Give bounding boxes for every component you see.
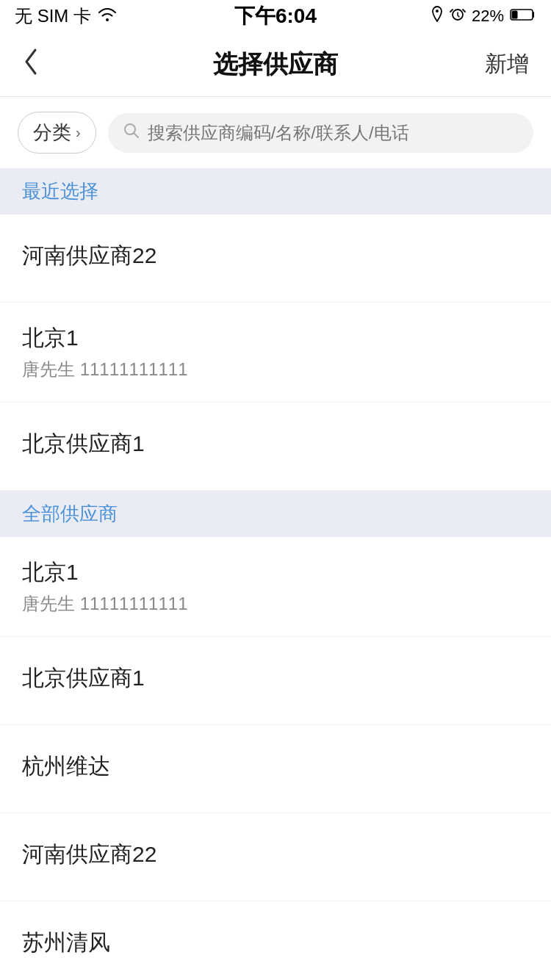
list-item[interactable]: 河南供应商22 (0, 215, 551, 303)
recent-section-header: 最近选择 (0, 168, 551, 215)
battery-status: 22% (472, 7, 504, 26)
status-right: 22% (431, 6, 536, 26)
status-bar: 无 SIM 卡 下午6:04 22% (0, 0, 551, 32)
list-item[interactable]: 杭州维达 (0, 725, 551, 813)
page-title: 选择供应商 (213, 48, 338, 82)
status-left: 无 SIM 卡 (15, 4, 118, 28)
item-name: 北京供应商1 (22, 663, 529, 693)
list-item[interactable]: 北京供应商1 (0, 403, 551, 491)
alarm-icon (450, 6, 466, 26)
status-time: 下午6:04 (234, 2, 317, 30)
list-item[interactable]: 北京供应商1 (0, 637, 551, 725)
battery-icon (510, 7, 536, 26)
back-button[interactable] (22, 47, 66, 82)
category-label: 分类 (33, 120, 71, 145)
filter-bar: 分类 › (0, 97, 551, 168)
list-item[interactable]: 北京1 唐先生 11111111111 (0, 537, 551, 637)
location-icon (431, 6, 444, 26)
item-name: 河南供应商22 (22, 241, 529, 271)
svg-rect-3 (512, 11, 518, 19)
item-name: 苏州清风 (22, 928, 529, 958)
all-section-header: 全部供应商 (0, 491, 551, 537)
item-name: 北京1 (22, 323, 529, 353)
category-button[interactable]: 分类 › (18, 112, 96, 154)
list-item[interactable]: 苏州清风 (0, 901, 551, 980)
list-item[interactable]: 北京1 唐先生 11111111111 (0, 303, 551, 403)
item-name: 北京供应商1 (22, 429, 529, 459)
sim-status: 无 SIM 卡 (15, 4, 91, 28)
item-detail: 唐先生 11111111111 (22, 592, 529, 616)
search-bar (108, 113, 533, 153)
search-icon (123, 122, 140, 144)
nav-bar: 选择供应商 新增 (0, 32, 551, 97)
add-button[interactable]: 新增 (485, 49, 529, 79)
recent-list: 河南供应商22 北京1 唐先生 11111111111 北京供应商1 (0, 215, 551, 491)
item-detail: 唐先生 11111111111 (22, 358, 529, 381)
item-name: 北京1 (22, 558, 529, 588)
all-list: 北京1 唐先生 11111111111 北京供应商1 杭州维达 河南供应商22 … (0, 537, 551, 980)
svg-point-0 (436, 10, 439, 12)
item-name: 杭州维达 (22, 752, 529, 782)
chevron-right-icon: › (76, 124, 81, 141)
item-name: 河南供应商22 (22, 840, 529, 870)
wifi-icon (97, 6, 118, 26)
list-item[interactable]: 河南供应商22 (0, 813, 551, 901)
search-input[interactable] (148, 123, 519, 143)
